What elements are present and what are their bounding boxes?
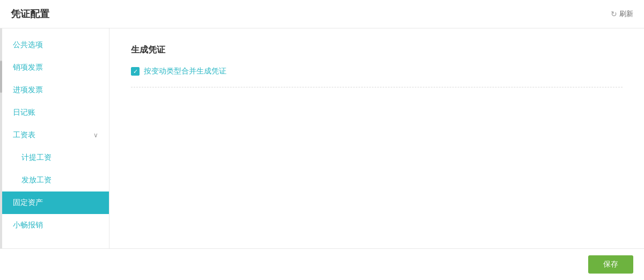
sidebar-item-sales-invoice[interactable]: 销项发票 (2, 56, 109, 79)
sidebar-item-label: 公共选项 (13, 40, 43, 50)
sidebar: 公共选项 销项发票 进项发票 日记账 工资表 ∨ (2, 28, 109, 248)
sidebar-item-fixed-assets[interactable]: 固定资产 (2, 191, 109, 214)
scroll-indicator (0, 28, 2, 248)
sidebar-item-accrual-wages[interactable]: 计提工资 (2, 146, 109, 169)
sidebar-item-label: 进项发票 (13, 85, 43, 95)
checkbox-label[interactable]: 按变动类型合并生成凭证 (144, 67, 226, 76)
sidebar-item-label: 小畅报销 (13, 220, 43, 230)
sidebar-item-payroll-table[interactable]: 工资表 ∨ (2, 124, 109, 146)
page-wrapper: 凭证配置 ↻ 刷新 公共选项 销项发票 进项发票 (0, 0, 644, 280)
sidebar-item-label: 工资表 (13, 130, 35, 140)
chevron-down-icon: ∨ (93, 131, 98, 139)
page-footer: 保存 (0, 248, 644, 280)
merge-by-type-checkbox[interactable]: ✓ (131, 67, 140, 76)
scroll-bar (0, 61, 2, 93)
sidebar-item-expense-report[interactable]: 小畅报销 (2, 214, 109, 237)
page-header: 凭证配置 ↻ 刷新 (0, 0, 644, 28)
content-area: 生成凭证 ✓ 按变动类型合并生成凭证 (109, 28, 644, 248)
sidebar-item-label: 发放工资 (21, 175, 52, 185)
sidebar-item-label: 计提工资 (21, 153, 52, 163)
section-title: 生成凭证 (131, 45, 623, 56)
save-button[interactable]: 保存 (588, 255, 633, 274)
sidebar-item-label: 销项发票 (13, 63, 43, 72)
checkbox-row: ✓ 按变动类型合并生成凭证 (131, 67, 623, 76)
refresh-button[interactable]: ↻ 刷新 (611, 9, 633, 19)
main-layout: 公共选项 销项发票 进项发票 日记账 工资表 ∨ (2, 28, 644, 248)
check-mark-icon: ✓ (133, 69, 138, 75)
refresh-label: 刷新 (619, 9, 633, 19)
sidebar-item-label: 固定资产 (13, 198, 43, 208)
sidebar-item-distribute-wages[interactable]: 发放工资 (2, 169, 109, 191)
refresh-icon: ↻ (611, 10, 617, 18)
sidebar-item-journal[interactable]: 日记账 (2, 101, 109, 124)
sidebar-item-public-options[interactable]: 公共选项 (2, 34, 109, 56)
page-title: 凭证配置 (11, 8, 49, 20)
sidebar-item-label: 日记账 (13, 108, 35, 117)
section-divider (131, 87, 623, 87)
sidebar-item-purchase-invoice[interactable]: 进项发票 (2, 79, 109, 101)
